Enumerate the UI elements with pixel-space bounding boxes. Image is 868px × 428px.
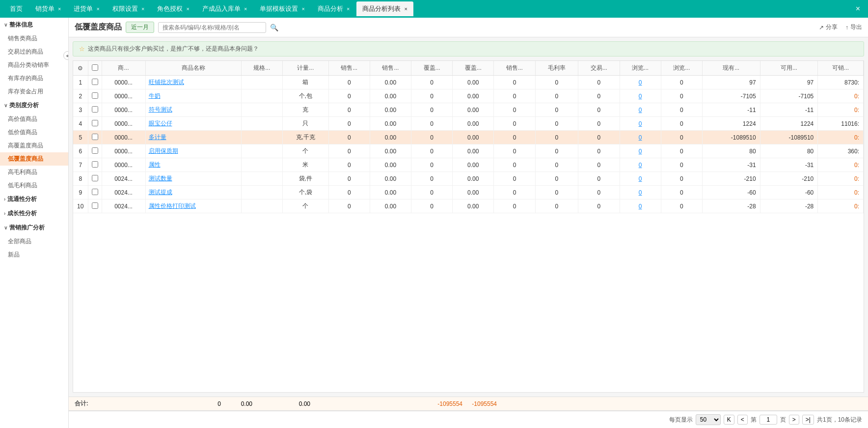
sidebar-section-marketing[interactable]: ∨ 营销推广分析: [0, 221, 68, 235]
sidebar-item-traded-goods[interactable]: 交易过的商品: [0, 45, 68, 58]
nav-permissions-close[interactable]: ×: [140, 6, 144, 12]
td-checkbox[interactable]: [88, 76, 102, 89]
td-name[interactable]: 测试提成: [145, 186, 241, 200]
td-transaction: 0: [578, 144, 620, 158]
td-browse1[interactable]: 0: [620, 76, 661, 89]
sidebar-section-category[interactable]: ∨ 类别度分析: [0, 98, 68, 113]
td-name[interactable]: 测试数量: [145, 172, 241, 186]
nav-purchase-close[interactable]: ×: [95, 6, 99, 12]
th-checkbox[interactable]: [88, 61, 102, 76]
row-checkbox[interactable]: [92, 92, 98, 99]
first-page-btn[interactable]: K: [724, 415, 734, 425]
nav-goods-analysis[interactable]: 商品分析 ×: [312, 1, 355, 16]
sidebar-item-inventory-capital[interactable]: 库存资金占用: [0, 85, 68, 98]
sidebar-item-low-value[interactable]: 低价值商品: [0, 126, 68, 139]
page-size-select[interactable]: 50 20 100: [696, 414, 721, 425]
td-checkbox[interactable]: [88, 131, 102, 144]
nav-goods-analysis-list-close[interactable]: ×: [403, 6, 407, 12]
sidebar-item-high-value[interactable]: 高价值商品: [0, 113, 68, 126]
next-page-btn[interactable]: >: [789, 415, 799, 425]
td-unit: 袋,件: [282, 172, 328, 186]
td-name[interactable]: 属性: [145, 158, 241, 172]
date-filter-btn[interactable]: 近一月: [126, 22, 154, 33]
td-checkbox[interactable]: [88, 144, 102, 158]
nav-production-close[interactable]: ×: [243, 6, 247, 12]
nav-roles-close[interactable]: ×: [185, 6, 189, 12]
sidebar-collapse-btn[interactable]: «: [63, 51, 69, 60]
nav-template-close[interactable]: ×: [300, 6, 304, 12]
nav-purchase[interactable]: 进货单 ×: [68, 1, 105, 16]
nav-sales[interactable]: 销货单 ×: [29, 1, 67, 16]
sidebar-section-liquidity[interactable]: › 流通性分析: [0, 192, 68, 206]
td-checkbox[interactable]: [88, 200, 102, 213]
select-all-checkbox[interactable]: [92, 64, 98, 71]
nav-sales-close[interactable]: ×: [56, 6, 61, 12]
td-browse1[interactable]: 0: [620, 131, 661, 144]
share-label: 分享: [826, 23, 838, 31]
search-input[interactable]: [158, 22, 266, 33]
row-checkbox[interactable]: [92, 120, 98, 126]
sidebar-item-category-rate[interactable]: 商品分类动销率: [0, 58, 68, 72]
th-settings[interactable]: ⚙: [73, 61, 88, 76]
td-browse1[interactable]: 0: [620, 200, 661, 213]
sidebar-item-low-margin[interactable]: 低毛利商品: [0, 179, 68, 192]
nav-home[interactable]: 首页: [4, 1, 28, 16]
sidebar-item-new-goods[interactable]: 新品: [0, 248, 68, 261]
search-btn[interactable]: 🔍: [270, 24, 278, 31]
export-btn[interactable]: ↑ 导出: [845, 23, 862, 31]
window-close-btn[interactable]: ×: [852, 4, 864, 13]
td-browse1[interactable]: 0: [620, 117, 661, 131]
td-name[interactable]: 牛奶: [145, 89, 241, 103]
sidebar-section-growth[interactable]: › 成长性分析: [0, 206, 68, 221]
total-available-stock: -1095554: [466, 400, 501, 407]
row-checkbox[interactable]: [92, 161, 98, 168]
share-btn[interactable]: ↗ 分享: [819, 23, 838, 31]
row-checkbox[interactable]: [92, 189, 98, 195]
nav-goods-analysis-close[interactable]: ×: [345, 6, 350, 12]
sidebar-item-all-goods[interactable]: 全部商品: [0, 235, 68, 248]
td-browse1[interactable]: 0: [620, 89, 661, 103]
td-name[interactable]: 眼宝公仔: [145, 117, 241, 131]
row-checkbox[interactable]: [92, 134, 98, 140]
page-number-input[interactable]: [760, 415, 777, 425]
td-browse1[interactable]: 0: [620, 172, 661, 186]
sidebar-item-low-coverage[interactable]: 低覆盖度商品: [0, 152, 68, 166]
row-checkbox[interactable]: [92, 147, 98, 154]
td-checkbox[interactable]: [88, 186, 102, 200]
sidebar-section-overall[interactable]: ∨ 整体信息: [0, 18, 68, 32]
sidebar-item-high-margin[interactable]: 高毛利商品: [0, 166, 68, 179]
td-current-stock: -7105: [702, 89, 760, 103]
td-checkbox[interactable]: [88, 103, 102, 117]
td-name[interactable]: 启用保质期: [145, 144, 241, 158]
td-checkbox[interactable]: [88, 158, 102, 172]
nav-roles[interactable]: 角色授权 ×: [151, 1, 195, 16]
info-banner: ☆ 这类商品只有很少客户购买过，是推广不够，还是商品本身问题？: [73, 41, 864, 57]
th-saleable: 可销...: [818, 61, 864, 76]
nav-goods-analysis-list[interactable]: 商品分析列表 ×: [356, 1, 413, 16]
nav-template[interactable]: 单据模板设置 ×: [254, 1, 310, 16]
sidebar-item-stocked-goods[interactable]: 有库存的商品: [0, 72, 68, 85]
row-checkbox[interactable]: [92, 175, 98, 181]
nav-permissions[interactable]: 权限设置 ×: [107, 1, 150, 16]
td-checkbox[interactable]: [88, 89, 102, 103]
sidebar-item-sales-goods[interactable]: 销售类商品: [0, 32, 68, 45]
td-browse1[interactable]: 0: [620, 103, 661, 117]
td-browse1[interactable]: 0: [620, 158, 661, 172]
td-name[interactable]: 多计量: [145, 131, 241, 144]
td-current-stock: 97: [702, 76, 760, 89]
td-checkbox[interactable]: [88, 117, 102, 131]
td-checkbox[interactable]: [88, 172, 102, 186]
row-checkbox[interactable]: [92, 106, 98, 113]
td-browse1[interactable]: 0: [620, 186, 661, 200]
prev-page-btn[interactable]: <: [737, 415, 748, 425]
row-checkbox[interactable]: [92, 202, 98, 209]
row-checkbox[interactable]: [92, 79, 98, 85]
th-coverage1: 覆盖...: [411, 61, 453, 76]
td-browse1[interactable]: 0: [620, 144, 661, 158]
td-name[interactable]: 旺铺批次测试: [145, 76, 241, 89]
sidebar-item-high-coverage[interactable]: 高覆盖度商品: [0, 139, 68, 152]
td-name[interactable]: 符号测试: [145, 103, 241, 117]
nav-production[interactable]: 产成品入库单 ×: [196, 1, 253, 16]
last-page-btn[interactable]: >|: [802, 415, 814, 425]
td-name[interactable]: 属性价格打印测试: [145, 200, 241, 213]
